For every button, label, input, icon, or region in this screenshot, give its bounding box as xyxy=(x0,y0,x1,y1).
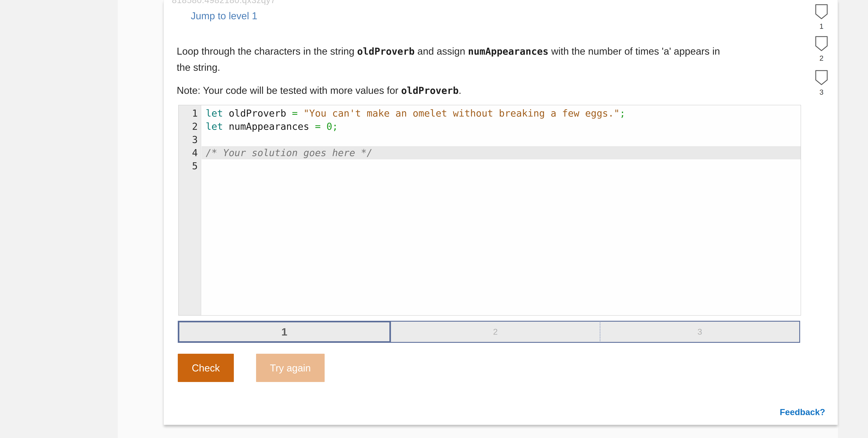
code-token xyxy=(309,121,315,132)
code-token xyxy=(298,108,304,119)
line-number: 3 xyxy=(179,133,201,146)
level-marker-label: 3 xyxy=(815,88,828,96)
problem-note: Note: Your code will be tested with more… xyxy=(177,85,461,96)
line-number: 1 xyxy=(179,107,201,120)
inline-code: oldProverb xyxy=(357,46,414,57)
shield-icon xyxy=(815,70,828,85)
code-token: oldProverb xyxy=(229,108,286,119)
progress-segment-label: 2 xyxy=(493,327,498,337)
code-token xyxy=(321,121,327,132)
progress-segment-label: 3 xyxy=(698,327,702,337)
progress-segment-3: 3 xyxy=(600,321,800,343)
problem-statement-line2: the string. xyxy=(177,62,220,73)
try-again-button[interactable]: Try again xyxy=(256,354,324,382)
code-token: "You can't make an omelet without breaki… xyxy=(304,108,620,119)
line-number: 5 xyxy=(179,159,201,172)
inline-code: oldProverb xyxy=(401,85,459,96)
level-marker-label: 2 xyxy=(815,54,828,62)
shield-icon xyxy=(815,36,828,51)
code-token xyxy=(223,108,229,119)
level-marker-label: 1 xyxy=(815,22,828,31)
editor-gutter: 12345 xyxy=(179,105,201,315)
inline-code: numAppearances xyxy=(468,46,549,57)
page-background: 818580.4982180.qx3zqy7 Jump to level 1 L… xyxy=(0,0,868,438)
code-line[interactable] xyxy=(202,133,801,146)
code-token: = xyxy=(315,121,321,132)
activity-card: 818580.4982180.qx3zqy7 Jump to level 1 L… xyxy=(163,0,838,425)
code-token: numAppearances xyxy=(229,121,309,132)
level-progress-bar: 123 xyxy=(178,321,800,343)
level-marker-1: 1 xyxy=(815,4,828,31)
code-token: ; xyxy=(620,108,625,119)
line-number: 4 xyxy=(179,146,201,159)
text-segment: Loop through the characters in the strin… xyxy=(177,45,357,57)
feedback-link[interactable]: Feedback? xyxy=(780,407,825,417)
code-line[interactable]: let numAppearances = 0; xyxy=(202,120,801,133)
code-token: ; xyxy=(332,121,338,132)
shield-icon xyxy=(815,4,828,20)
progress-segment-2: 2 xyxy=(391,321,600,343)
code-token: = xyxy=(292,108,298,119)
text-segment: . xyxy=(459,85,461,96)
editor-code-pane[interactable]: let oldProverb = "You can't make an omel… xyxy=(202,105,801,315)
code-token: 0 xyxy=(327,121,332,132)
code-line[interactable]: let oldProverb = "You can't make an omel… xyxy=(202,107,801,120)
text-segment: and assign xyxy=(414,45,468,57)
code-token: let xyxy=(206,121,223,132)
level-marker-2: 2 xyxy=(815,36,828,62)
progress-segment-1: 1 xyxy=(178,321,391,343)
check-button[interactable]: Check xyxy=(178,354,234,382)
text-segment: with the number of times 'a' appears in xyxy=(549,45,720,57)
level-marker-3: 3 xyxy=(815,70,828,96)
code-token: /* Your solution goes here */ xyxy=(206,147,372,158)
code-editor[interactable]: 12345 let oldProverb = "You can't make a… xyxy=(178,105,801,315)
activity-id: 818580.4982180.qx3zqy7 xyxy=(172,0,276,5)
jump-to-level-link[interactable]: Jump to level 1 xyxy=(191,10,257,22)
code-token xyxy=(223,121,229,132)
code-line[interactable]: /* Your solution goes here */ xyxy=(202,146,801,159)
content-column: 818580.4982180.qx3zqy7 Jump to level 1 L… xyxy=(118,0,838,438)
line-number: 2 xyxy=(179,120,201,133)
progress-segment-label: 1 xyxy=(281,326,287,338)
code-token xyxy=(286,108,292,119)
code-line[interactable] xyxy=(202,159,801,172)
code-token: let xyxy=(206,108,223,119)
problem-statement-line1: Loop through the characters in the strin… xyxy=(177,45,720,57)
text-segment: Note: Your code will be tested with more… xyxy=(177,85,401,96)
